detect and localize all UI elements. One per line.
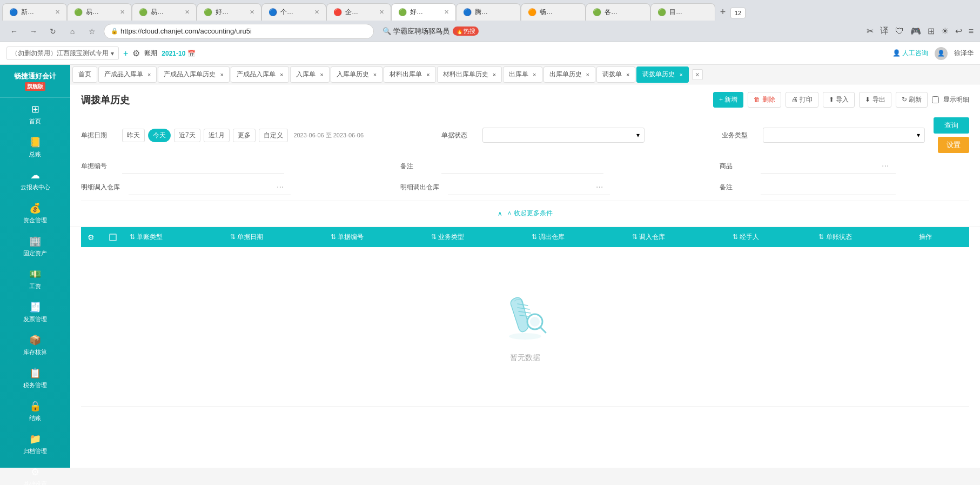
tab-close-icon[interactable]: ✕ — [185, 9, 190, 16]
sidebar-item-inventory[interactable]: 📦库存核算 — [0, 329, 70, 362]
new-tab-button[interactable]: + — [715, 4, 730, 19]
delete-button[interactable]: 🗑 删除 — [748, 92, 781, 108]
page-tab-close-pt9[interactable]: × — [533, 71, 536, 78]
browser-tab-t11[interactable]: 🟢目… — [650, 3, 715, 21]
browser-tab-t9[interactable]: 🟠畅… — [521, 3, 586, 21]
page-tab-close-pt2[interactable]: × — [147, 71, 151, 78]
browser-tab-t8[interactable]: 🔵腾… — [456, 3, 521, 21]
shield-icon[interactable]: 🛡 — [895, 26, 904, 36]
tab-close-icon[interactable]: ✕ — [379, 9, 384, 16]
collapse-filter-button[interactable]: ∧ ∧ 收起更多条件 — [489, 207, 561, 220]
close-all-tabs-button[interactable]: × — [692, 69, 703, 80]
page-tab-pt11[interactable]: 调拨单× — [596, 67, 635, 83]
browser-tab-t4[interactable]: 🟢好…✕ — [197, 3, 261, 21]
refresh-button[interactable]: ↻ 刷新 — [896, 92, 928, 108]
menu-icon[interactable]: ≡ — [969, 26, 974, 36]
tab-close-icon[interactable]: ✕ — [250, 9, 254, 16]
print-button[interactable]: 🖨 打印 — [786, 92, 818, 108]
back-button[interactable]: ← — [6, 24, 22, 39]
doc-number-input[interactable] — [122, 159, 284, 174]
scissors-icon[interactable]: ✂ — [867, 26, 874, 36]
export-button[interactable]: ⬇ 导出 — [859, 92, 891, 108]
sidebar-item-ledger[interactable]: 📒总账 — [0, 131, 70, 164]
page-tab-close-pt12[interactable]: × — [679, 71, 682, 78]
date-btn-近1月[interactable]: 近1月 — [204, 129, 230, 142]
browser-tab-t3[interactable]: 🟢易…✕ — [132, 3, 197, 21]
display-cols-checkbox[interactable] — [932, 96, 939, 103]
new-button[interactable]: + 新增 — [713, 92, 743, 108]
page-tab-close-pt5[interactable]: × — [320, 71, 323, 78]
sidebar-item-invoice[interactable]: 🧾发票管理 — [0, 296, 70, 329]
game-icon[interactable]: 🎮 — [910, 26, 921, 36]
page-tab-close-pt7[interactable]: × — [426, 71, 429, 78]
page-tab-pt6[interactable]: 入库单历史× — [331, 67, 382, 83]
sidebar-item-tax[interactable]: 📋税务管理 — [0, 362, 70, 395]
table-header-in_warehouse[interactable]: ⇅ 调入仓库 — [626, 227, 726, 247]
browser-tab-t5[interactable]: 🔵个…✕ — [261, 3, 326, 21]
query-button[interactable]: 查询 — [934, 117, 969, 134]
sidebar-item-settings[interactable]: ⚙基础设置 — [0, 461, 70, 485]
remark-input[interactable] — [441, 159, 603, 174]
sidebar-item-reports[interactable]: ☁云报表中心 — [0, 164, 70, 197]
tab-close-icon[interactable]: ✕ — [444, 9, 449, 16]
table-check-header[interactable] — [103, 227, 123, 247]
date-btn-昨天[interactable]: 昨天 — [122, 129, 145, 142]
import-button[interactable]: ⬆ 导入 — [823, 92, 855, 108]
business-type-select[interactable]: ▾ — [763, 128, 925, 143]
tab-close-icon[interactable]: ✕ — [120, 9, 125, 16]
date-btn-自定义[interactable]: 自定义 — [259, 129, 288, 142]
brightness-icon[interactable]: ☀ — [941, 26, 949, 36]
calendar-icon[interactable]: 📅 — [187, 50, 196, 57]
settings-header-button[interactable]: ⚙ — [132, 48, 140, 58]
sidebar-item-home[interactable]: ⊞首页 — [0, 98, 70, 131]
page-tab-pt4[interactable]: 产成品入库单× — [231, 67, 289, 83]
ai-service-button[interactable]: 👤 人工咨询 — [892, 49, 928, 58]
table-header-business[interactable]: ⇅ 业务类型 — [425, 227, 525, 247]
tab-count-badge[interactable]: 12 — [730, 8, 746, 18]
detail-out-input[interactable] — [448, 180, 594, 195]
date-btn-近7天[interactable]: 近7天 — [174, 129, 200, 142]
sidebar-item-assets[interactable]: 🏢固定资产 — [0, 230, 70, 263]
page-tab-close-pt8[interactable]: × — [493, 71, 496, 78]
browser-tab-t2[interactable]: 🟢易…✕ — [67, 3, 132, 21]
page-tab-pt5[interactable]: 入库单× — [290, 67, 329, 83]
page-tab-pt3[interactable]: 产成品入库单历史× — [158, 67, 229, 83]
sidebar-item-wages[interactable]: 💵工资 — [0, 263, 70, 296]
detail-out-ellipsis-button[interactable]: ··· — [594, 182, 605, 192]
page-tab-pt9[interactable]: 出库单× — [503, 67, 542, 83]
page-tab-pt7[interactable]: 材料出库单× — [384, 67, 435, 83]
company-selector[interactable]: （勿删勿禁用）江西服宝测试专用 ▾ — [6, 46, 119, 60]
sidebar-item-finance[interactable]: 💰资金管理 — [0, 197, 70, 230]
page-tab-close-pt6[interactable]: × — [373, 71, 377, 78]
page-tab-pt1[interactable]: 首页 — [72, 67, 97, 83]
detail-in-input[interactable] — [129, 180, 274, 195]
page-tab-close-pt4[interactable]: × — [280, 71, 283, 78]
goods-ellipsis-button[interactable]: ··· — [880, 161, 891, 171]
browser-tab-t1[interactable]: 🔵新…✕ — [2, 3, 67, 21]
date-btn-更多[interactable]: 更多 — [233, 129, 256, 142]
browser-tab-t6[interactable]: 🔴企…✕ — [326, 3, 391, 21]
page-tab-pt2[interactable]: 产成品入库单× — [98, 67, 157, 83]
table-header-type[interactable]: ⇅ 单账类型 — [123, 227, 224, 247]
browser-tab-t7[interactable]: 🟢好…✕ — [391, 3, 456, 21]
period-selector[interactable]: 账期 2021-10 📅 — [144, 49, 196, 58]
page-tab-close-pt11[interactable]: × — [626, 71, 629, 78]
filter-settings-button[interactable]: 设置 — [938, 137, 969, 153]
gear-icon[interactable]: ⚙ — [88, 233, 95, 242]
page-tab-close-pt10[interactable]: × — [586, 71, 589, 78]
table-header-status[interactable]: ⇅ 单账状态 — [812, 227, 912, 247]
detail-remark-input[interactable] — [761, 180, 896, 195]
user-name[interactable]: 徐泽华 — [954, 49, 974, 58]
table-gear-header[interactable]: ⚙ — [81, 227, 103, 247]
status-filter-select[interactable]: ▾ — [482, 128, 645, 143]
table-header-handler[interactable]: ⇅ 经手人 — [726, 227, 813, 247]
page-tab-pt10[interactable]: 出库单历史× — [543, 67, 595, 83]
home-button[interactable]: ⌂ — [65, 24, 80, 39]
table-header-number[interactable]: ⇅ 单据编号 — [324, 227, 425, 247]
forward-button[interactable]: → — [26, 24, 41, 39]
translate-icon[interactable]: 译 — [880, 25, 889, 37]
select-all-checkbox[interactable] — [109, 234, 117, 241]
bookmark-button[interactable]: ☆ — [84, 24, 99, 39]
tab-close-icon[interactable]: ✕ — [55, 9, 60, 16]
reload-button[interactable]: ↻ — [45, 24, 61, 39]
